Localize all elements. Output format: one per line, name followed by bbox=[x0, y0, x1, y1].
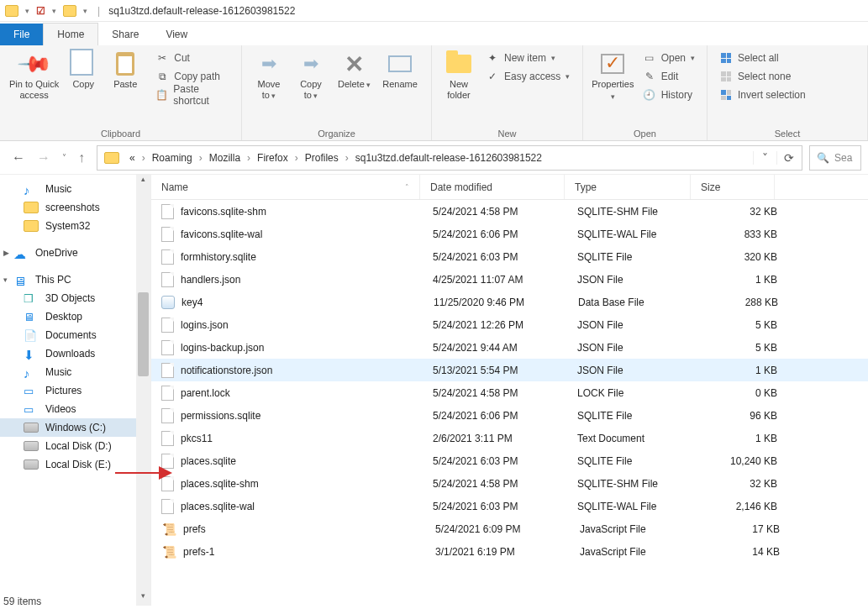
drv-icon bbox=[24, 441, 39, 451]
qat-dropdown-icon[interactable]: ▾ bbox=[25, 7, 29, 15]
rename-button[interactable]: Rename bbox=[379, 49, 421, 92]
file-type: JSON File bbox=[577, 274, 703, 286]
file-row[interactable]: 📜prefs-13/1/2021 6:19 PMJavaScript File1… bbox=[151, 540, 868, 563]
nav-item[interactable]: Local Disk (E:) bbox=[0, 455, 150, 474]
nav-item[interactable]: Windows (C:) bbox=[0, 418, 150, 437]
paste-button[interactable]: Paste bbox=[107, 49, 144, 92]
file-icon bbox=[161, 363, 174, 378]
copy-button[interactable]: Copy bbox=[65, 49, 102, 92]
forward-button[interactable]: → bbox=[37, 150, 50, 165]
nav-item[interactable]: Local Disk (D:) bbox=[0, 437, 150, 455]
file-row[interactable]: formhistory.sqlite5/24/2021 6:03 PMSQLIT… bbox=[151, 245, 868, 268]
open-button[interactable]: ▭Open bbox=[639, 49, 698, 67]
search-box[interactable]: 🔍 Sea bbox=[809, 145, 861, 171]
file-row[interactable]: logins-backup.json5/24/2021 9:44 AMJSON … bbox=[151, 336, 868, 359]
file-date: 5/24/2021 4:58 PM bbox=[433, 478, 577, 490]
breadcrumb-segment[interactable]: Roaming bbox=[147, 152, 197, 164]
scroll-up-icon[interactable]: ▴ bbox=[136, 175, 150, 189]
recent-locations-button[interactable]: ˅ bbox=[62, 153, 66, 162]
new-item-icon: ✦ bbox=[486, 51, 499, 65]
easy-access-button[interactable]: ✓Easy access bbox=[482, 67, 573, 86]
paste-shortcut-icon: 📋 bbox=[155, 88, 168, 102]
file-row[interactable]: places.sqlite-shm5/24/2021 4:58 PMSQLITE… bbox=[151, 472, 868, 495]
column-date[interactable]: Date modified bbox=[420, 175, 565, 199]
checkmark-icon[interactable]: ☑ bbox=[36, 5, 45, 17]
doc-icon: 📄 bbox=[24, 329, 39, 341]
new-folder-button[interactable]: New folder bbox=[440, 49, 477, 102]
ribbon: 📌 Pin to Quick access Copy Paste ✂Cut ⧉C… bbox=[0, 45, 868, 141]
breadcrumb-segment[interactable]: Firefox bbox=[252, 152, 293, 164]
file-row[interactable]: favicons.sqlite-shm5/24/2021 4:58 PMSQLI… bbox=[151, 200, 868, 223]
select-all-button[interactable]: Select all bbox=[716, 49, 809, 67]
nav-item[interactable]: screenshots bbox=[0, 198, 150, 217]
nav-item[interactable]: ♪Music bbox=[0, 180, 150, 198]
address-dropdown-button[interactable]: ˅ bbox=[753, 151, 776, 165]
tab-share[interactable]: Share bbox=[98, 24, 152, 45]
new-item-button[interactable]: ✦New item bbox=[482, 49, 573, 67]
file-row[interactable]: permissions.sqlite5/24/2021 6:06 PMSQLIT… bbox=[151, 404, 868, 427]
collapse-icon[interactable]: ▾ bbox=[3, 276, 8, 284]
file-row[interactable]: handlers.json4/25/2021 11:07 AMJSON File… bbox=[151, 268, 868, 291]
file-row[interactable]: parent.lock5/24/2021 4:58 PMLOCK File0 K… bbox=[151, 381, 868, 404]
file-row[interactable]: 📜prefs5/24/2021 6:09 PMJavaScript File17… bbox=[151, 517, 868, 540]
nav-item[interactable]: 🖥Desktop bbox=[0, 307, 150, 326]
up-button[interactable]: ↑ bbox=[78, 150, 85, 165]
breadcrumb-segment[interactable]: Mozilla bbox=[204, 152, 245, 164]
delete-button[interactable]: ✕Delete bbox=[334, 49, 374, 92]
copy-to-button[interactable]: ➡Copy to bbox=[292, 49, 329, 103]
file-row[interactable]: places.sqlite5/24/2021 6:03 PMSQLITE Fil… bbox=[151, 449, 868, 472]
pin-quick-access-button[interactable]: 📌 Pin to Quick access bbox=[8, 49, 60, 102]
nav-scrollbar[interactable]: ▴ ▾ bbox=[136, 175, 150, 606]
nav-item[interactable]: ▭Pictures bbox=[0, 381, 150, 400]
file-size: 833 KB bbox=[703, 228, 777, 240]
nav-this-pc[interactable]: ▾🖥This PC bbox=[0, 270, 150, 289]
cut-button[interactable]: ✂Cut bbox=[152, 49, 233, 67]
file-date: 5/24/2021 6:06 PM bbox=[433, 228, 577, 240]
nav-item-label: Local Disk (E:) bbox=[45, 459, 111, 470]
breadcrumb-segment[interactable]: « bbox=[124, 152, 140, 164]
file-date: 5/13/2021 5:54 PM bbox=[433, 365, 577, 376]
nav-item[interactable]: 📄Documents bbox=[0, 326, 150, 344]
column-size[interactable]: Size bbox=[691, 175, 775, 199]
refresh-button[interactable]: ⟳ bbox=[776, 151, 800, 165]
qat-dropdown-icon[interactable]: ▾ bbox=[52, 7, 56, 15]
select-none-button[interactable]: Select none bbox=[716, 67, 809, 86]
properties-button[interactable]: Properties bbox=[592, 49, 634, 104]
qat-overflow-icon[interactable]: ▾ bbox=[83, 7, 87, 15]
file-row[interactable]: notificationstore.json5/13/2021 5:54 PMJ… bbox=[151, 359, 868, 381]
column-name[interactable]: Name˄ bbox=[151, 175, 420, 199]
breadcrumb-segment[interactable]: sq1u3tzd.default-release-1612603981522 bbox=[350, 152, 547, 164]
history-button[interactable]: 🕘History bbox=[639, 86, 698, 104]
file-row[interactable]: pkcs112/6/2021 3:11 PMText Document1 KB bbox=[151, 427, 868, 449]
address-bar[interactable]: «›Roaming›Mozilla›Firefox›Profiles›sq1u3… bbox=[97, 145, 802, 171]
scroll-down-icon[interactable]: ▾ bbox=[136, 591, 150, 606]
tab-home[interactable]: Home bbox=[43, 23, 98, 45]
nav-item[interactable]: ♪Music bbox=[0, 363, 150, 381]
tab-view[interactable]: View bbox=[152, 24, 201, 45]
scroll-thumb[interactable] bbox=[138, 292, 149, 376]
nav-item[interactable]: ⬇Downloads bbox=[0, 344, 150, 363]
expand-icon[interactable]: ▶ bbox=[3, 249, 9, 257]
nav-onedrive[interactable]: ▶☁OneDrive bbox=[0, 244, 150, 262]
nav-item[interactable]: ▭Videos bbox=[0, 400, 150, 418]
file-row[interactable]: places.sqlite-wal5/24/2021 6:03 PMSQLITE… bbox=[151, 495, 868, 517]
file-row[interactable]: favicons.sqlite-wal5/24/2021 6:06 PMSQLI… bbox=[151, 223, 868, 245]
tab-file[interactable]: File bbox=[0, 24, 43, 45]
file-row[interactable]: logins.json5/24/2021 12:26 PMJSON File5 … bbox=[151, 313, 868, 336]
search-icon: 🔍 bbox=[817, 152, 829, 164]
file-size: 17 KB bbox=[706, 523, 780, 535]
invert-selection-button[interactable]: Invert selection bbox=[716, 86, 809, 104]
nav-item[interactable]: System32 bbox=[0, 217, 150, 235]
nav-item[interactable]: ❒3D Objects bbox=[0, 289, 150, 307]
edit-button[interactable]: ✎Edit bbox=[639, 67, 698, 86]
column-type[interactable]: Type bbox=[565, 175, 691, 199]
breadcrumb-segment[interactable]: Profiles bbox=[300, 152, 344, 164]
file-name: logins-backup.json bbox=[181, 342, 433, 354]
paste-shortcut-button[interactable]: 📋Paste shortcut bbox=[152, 86, 233, 104]
file-size: 10,240 KB bbox=[703, 455, 777, 467]
open-icon: ▭ bbox=[643, 51, 656, 65]
back-button[interactable]: ← bbox=[12, 150, 25, 165]
file-icon bbox=[161, 408, 174, 423]
file-row[interactable]: key411/25/2020 9:46 PMData Base File288 … bbox=[151, 291, 868, 313]
move-to-button[interactable]: ➡Move to bbox=[250, 49, 287, 103]
